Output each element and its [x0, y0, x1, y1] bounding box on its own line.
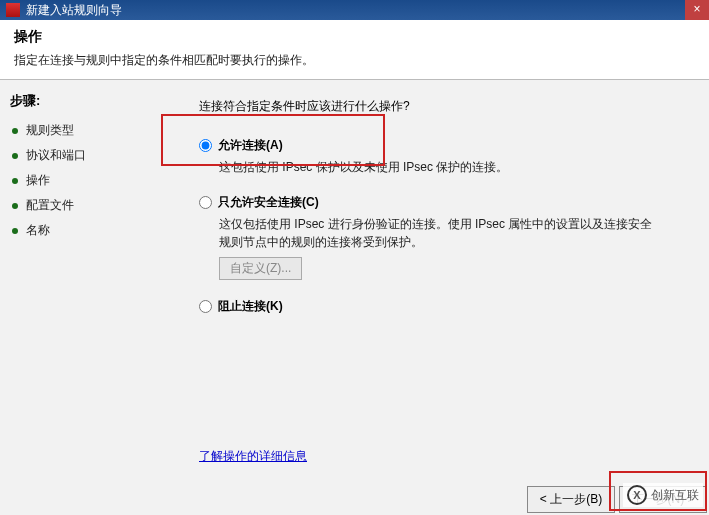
page-title: 操作 [14, 28, 695, 46]
option-allow-secure: 只允许安全连接(C) 这仅包括使用 IPsec 进行身份验证的连接。使用 IPs… [199, 194, 689, 280]
step-label: 配置文件 [26, 197, 74, 214]
step-label: 协议和端口 [26, 147, 86, 164]
option-row[interactable]: 只允许安全连接(C) [199, 194, 689, 211]
sidebar: 步骤: 规则类型 协议和端口 操作 配置文件 名称 [0, 80, 175, 515]
radio-allow-secure[interactable] [199, 196, 212, 209]
steps-heading: 步骤: [10, 92, 165, 110]
step-label: 规则类型 [26, 122, 74, 139]
option-description: 这仅包括使用 IPsec 进行身份验证的连接。使用 IPsec 属性中的设置以及… [219, 215, 659, 251]
option-label: 阻止连接(K) [218, 298, 283, 315]
option-label: 允许连接(A) [218, 137, 283, 154]
step-bullet-icon [12, 153, 18, 159]
action-question: 连接符合指定条件时应该进行什么操作? [199, 98, 689, 115]
step-bullet-icon [12, 128, 18, 134]
wizard-header: 操作 指定在连接与规则中指定的条件相匹配时要执行的操作。 [0, 20, 709, 80]
option-label: 只允许安全连接(C) [218, 194, 319, 211]
step-bullet-icon [12, 178, 18, 184]
radio-block[interactable] [199, 300, 212, 313]
wizard-body: 步骤: 规则类型 协议和端口 操作 配置文件 名称 连接符合指定条件时应该进行什… [0, 80, 709, 515]
page-description: 指定在连接与规则中指定的条件相匹配时要执行的操作。 [14, 52, 695, 69]
option-allow-connection: 允许连接(A) 这包括使用 IPsec 保护以及未使用 IPsec 保护的连接。 [199, 137, 689, 176]
option-description: 这包括使用 IPsec 保护以及未使用 IPsec 保护的连接。 [219, 158, 659, 176]
option-row[interactable]: 允许连接(A) [199, 137, 689, 154]
back-button[interactable]: < 上一步(B) [527, 486, 615, 513]
learn-more-link[interactable]: 了解操作的详细信息 [199, 448, 307, 465]
step-label: 名称 [26, 222, 50, 239]
sidebar-step-name[interactable]: 名称 [10, 218, 165, 243]
watermark: X 创新互联 [623, 483, 703, 507]
watermark-text: 创新互联 [651, 487, 699, 504]
close-button[interactable]: × [685, 0, 709, 20]
main-content: 连接符合指定条件时应该进行什么操作? 允许连接(A) 这包括使用 IPsec 保… [175, 80, 709, 515]
app-icon [6, 3, 20, 17]
window-title: 新建入站规则向导 [26, 0, 122, 20]
sidebar-step-rule-type[interactable]: 规则类型 [10, 118, 165, 143]
customize-button: 自定义(Z)... [219, 257, 302, 280]
sidebar-step-profile[interactable]: 配置文件 [10, 193, 165, 218]
step-label: 操作 [26, 172, 50, 189]
sidebar-step-protocol-port[interactable]: 协议和端口 [10, 143, 165, 168]
option-row[interactable]: 阻止连接(K) [199, 298, 689, 315]
option-block-connection: 阻止连接(K) [199, 298, 689, 315]
action-options: 允许连接(A) 这包括使用 IPsec 保护以及未使用 IPsec 保护的连接。… [199, 137, 689, 315]
step-bullet-icon [12, 228, 18, 234]
watermark-logo-icon: X [627, 485, 647, 505]
titlebar: 新建入站规则向导 × [0, 0, 709, 20]
radio-allow[interactable] [199, 139, 212, 152]
step-bullet-icon [12, 203, 18, 209]
sidebar-step-action[interactable]: 操作 [10, 168, 165, 193]
